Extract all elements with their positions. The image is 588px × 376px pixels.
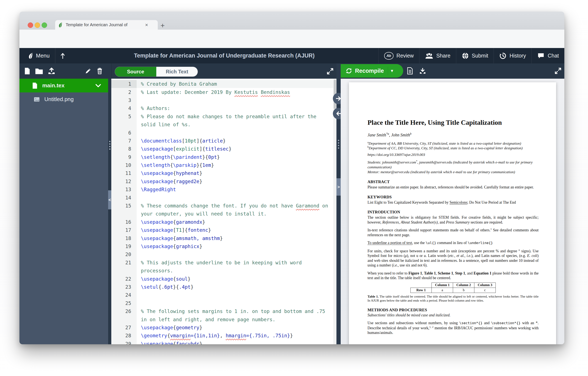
code-line[interactable]: 16\usepackage{garamondx} <box>111 218 336 226</box>
code-line[interactable]: processors. <box>111 267 336 275</box>
code-line[interactable]: 17\usepackage[T1]{fontenc} <box>111 226 336 234</box>
code-line[interactable]: 1% Created by Bonita Graham <box>111 80 336 88</box>
share-label: Share <box>436 53 451 59</box>
image-file-icon <box>34 97 40 102</box>
tab-title: Template for American Journal of <box>66 22 144 27</box>
chat-label: Chat <box>548 53 559 59</box>
code-editor[interactable]: 1% Created by Bonita Graham2% Last updat… <box>111 79 336 344</box>
pdf-paragraph: To underline a portion of text, use the … <box>368 241 539 245</box>
code-line[interactable]: 20 <box>111 250 336 258</box>
code-line[interactable]: 18\usepackage{amsmath, amsthm} <box>111 234 336 242</box>
compile-logs-icon[interactable] <box>407 67 413 74</box>
editor-pdf-divider[interactable]: > <box>336 64 341 344</box>
code-line[interactable]: 8\usepackage[explicit]{titlesec} <box>111 145 336 153</box>
code-line[interactable]: 19\usepackage{graphicx} <box>111 242 336 250</box>
code-line[interactable]: 27\usepackage{geometry} <box>111 323 336 332</box>
download-pdf-icon[interactable] <box>419 67 426 74</box>
review-label: Review <box>396 53 414 59</box>
code-line[interactable]: 2% Last update: December 2019 By Kestuti… <box>111 88 336 96</box>
code-line[interactable]: 9\setlength{\parindent}{0pt} <box>111 153 336 161</box>
pdf-expand-icon[interactable] <box>554 67 562 74</box>
pdf-viewer[interactable]: Place the Title Here, Using Title Capita… <box>341 79 564 344</box>
code-line[interactable]: 28\geometry{vmargin={1in,1in}, hmargin={… <box>111 332 336 340</box>
pdf-heading: METHODS AND PROCEDURES <box>368 308 539 312</box>
history-clock-icon <box>499 52 506 59</box>
back-to-projects-button[interactable] <box>55 48 70 64</box>
review-button[interactable]: Ab Review <box>378 48 419 64</box>
file-row-untitled-png[interactable]: Untitled.png <box>20 92 108 106</box>
code-line[interactable]: 25 <box>111 299 336 307</box>
code-line[interactable]: 21% This adjusts the underline to be in … <box>111 259 336 267</box>
code-line[interactable]: 26% The following sets margins to 1 in. … <box>111 307 336 315</box>
minimize-window-button[interactable] <box>35 22 40 28</box>
tab-close-icon[interactable]: × <box>145 22 148 28</box>
code-line[interactable]: 10\setlength{\parskip}{1em} <box>111 161 336 169</box>
browser-titlebar: Template for American Journal of × + <box>20 12 564 30</box>
close-window-button[interactable] <box>28 22 33 28</box>
recompile-button[interactable]: Recompile ▾ <box>341 64 403 77</box>
project-title: Template for American Journal of Undergr… <box>70 53 378 59</box>
code-line[interactable]: in on left and right, and remove page nu… <box>111 315 336 323</box>
code-line[interactable]: 11\usepackage{hyphenat} <box>111 169 336 177</box>
code-line[interactable]: 12\usepackage{ragged2e} <box>111 177 336 186</box>
chat-bubble-icon <box>537 53 545 59</box>
code-line[interactable]: 23\setul{.6pt}{.4pt} <box>111 283 336 291</box>
code-line[interactable]: solid line of %s. <box>111 121 336 129</box>
menu-button[interactable]: Menu <box>20 48 55 64</box>
code-line[interactable]: your computer, you will need to install … <box>111 210 336 218</box>
code-line[interactable]: 3 <box>111 96 336 104</box>
code-line[interactable]: 14 <box>111 193 336 201</box>
file-tree: main.tex Untitled.png <box>20 79 108 344</box>
rich-text-mode-tab[interactable]: Rich Text <box>156 67 198 77</box>
filetree-editor-divider[interactable]: < <box>108 79 111 344</box>
pdf-paragraph: In-text reference citations should suppo… <box>368 228 539 237</box>
filetree-toolbar <box>20 64 108 79</box>
desktop: Template for American Journal of × + ove… <box>0 0 588 376</box>
share-button[interactable]: Share <box>419 48 456 64</box>
file-row-main-tex[interactable]: main.tex <box>20 79 108 92</box>
pdf-paragraph: Students: johnsmith@server.com*, janesmi… <box>368 160 539 170</box>
submit-button[interactable]: Submit <box>456 48 494 64</box>
code-line[interactable]: 6 <box>111 129 336 137</box>
history-button[interactable]: History <box>494 48 531 64</box>
mode-toggle: Source Rich Text <box>115 67 198 77</box>
code-line[interactable]: 4% Authors: <box>111 104 336 112</box>
code-line[interactable]: 7\documentclass[10pt]{article} <box>111 137 336 145</box>
browser-tab[interactable]: Template for American Journal of × <box>55 20 158 30</box>
code-line[interactable]: 15% These commands change the font. If y… <box>111 202 336 210</box>
chevron-down-icon[interactable] <box>95 84 101 88</box>
upload-icon[interactable] <box>48 67 55 75</box>
recompile-divider <box>388 66 388 75</box>
new-folder-icon[interactable] <box>35 68 43 74</box>
pdf-paragraph: https://doi.org/10.33697/ajur.2019.003 <box>368 152 539 157</box>
pdf-paragraph: Use sections and subsections without num… <box>368 321 539 335</box>
menu-label: Menu <box>36 53 50 59</box>
code-line[interactable]: 29\usepackage{fancyhdr} <box>111 340 336 344</box>
divider-drag-handle[interactable] <box>338 139 339 150</box>
code-lines: 1% Created by Bonita Graham2% Last updat… <box>111 80 336 344</box>
overleaf-header: Menu Template for American Journal of Un… <box>20 48 564 64</box>
code-line[interactable]: 24 <box>111 291 336 299</box>
pdf-toolbar: Recompile ▾ <box>341 64 564 79</box>
code-line[interactable]: 13\RaggedRight <box>111 186 336 193</box>
pdf-heading: ABSTRACT <box>368 179 539 184</box>
rename-pencil-icon[interactable] <box>85 68 91 74</box>
divider-drag-handle[interactable] <box>109 140 110 151</box>
new-file-icon[interactable] <box>24 67 31 75</box>
delete-trash-icon[interactable] <box>97 68 103 74</box>
share-people-icon <box>425 53 433 59</box>
editor-expand-icon[interactable] <box>326 68 334 75</box>
recompile-caret-icon[interactable]: ▾ <box>391 68 393 74</box>
browser-navbar: overleaf.com/project/5e8361e944989100014… <box>20 30 564 48</box>
collapse-filetree-button[interactable]: < <box>108 190 111 209</box>
pdf-paragraph: Mentor: mentor@server.edu (indicated by … <box>368 170 539 175</box>
new-tab-button[interactable]: + <box>160 21 165 30</box>
code-line[interactable]: 5% Please do not make changes to the pre… <box>111 112 336 121</box>
source-mode-tab[interactable]: Source <box>115 67 156 77</box>
collapse-pdf-button[interactable]: > <box>336 178 341 196</box>
pdf-paragraph: Table 1. The table itself should be cent… <box>368 294 539 303</box>
pdf-paragraph: List Eight to Ten Capitalized Keywords S… <box>368 200 539 205</box>
code-line[interactable]: 22\usepackage{soul} <box>111 275 336 283</box>
zoom-window-button[interactable] <box>42 22 47 28</box>
chat-button[interactable]: Chat <box>531 48 564 64</box>
